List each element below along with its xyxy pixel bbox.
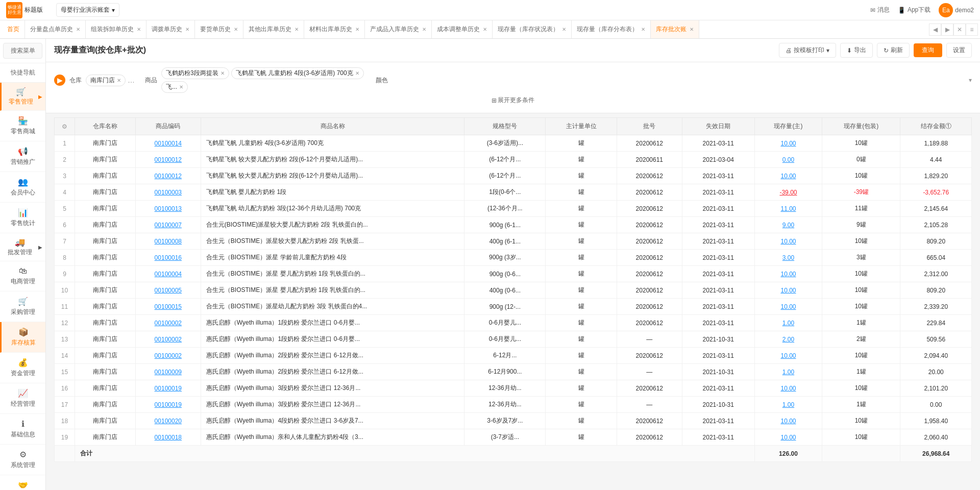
tab-home[interactable]: 首页 (2, 20, 25, 39)
tab-9[interactable]: 现存量（库存状况表） ✕ (493, 20, 572, 39)
tab-menu-btn[interactable]: ≡ (966, 23, 978, 36)
row-code[interactable]: 00100013 (135, 201, 201, 217)
sidebar-item-members[interactable]: 👥 会员中心 (0, 172, 45, 203)
tab-1-close[interactable]: ✕ (76, 27, 80, 32)
col-settings[interactable]: ⚙ (55, 118, 75, 135)
row-code[interactable]: 00100009 (135, 364, 201, 380)
refresh-btn[interactable]: ↻ 刷新 (877, 43, 910, 58)
tab-8-close[interactable]: ✕ (483, 27, 487, 32)
sidebar-item-mall[interactable]: 🏪 零售商城 (0, 111, 45, 141)
tab-4[interactable]: 要货单历史 ✕ (195, 20, 243, 39)
tab-10-close[interactable]: ✕ (641, 27, 645, 32)
app-download-btn[interactable]: 📱 App下载 (898, 6, 930, 14)
workspace-selector[interactable]: 母婴行业演示账套 ▾ (56, 3, 119, 17)
warehouse-tag-1[interactable]: 南库门店 ✕ (86, 75, 126, 86)
query-btn[interactable]: 查询 (914, 43, 942, 57)
sidebar-item-base-info[interactable]: ℹ 基础信息 (0, 414, 45, 445)
tab-5[interactable]: 其他出库单历史 ✕ (243, 20, 304, 39)
row-qty-main[interactable]: 9.00 (754, 217, 822, 233)
row-code[interactable]: 00100007 (135, 217, 201, 233)
row-code[interactable]: 00100012 (135, 168, 201, 184)
row-qty-main[interactable]: 11.00 (754, 201, 822, 217)
sidebar-item-inventory[interactable]: 📦 库存核算 (0, 322, 45, 353)
export-btn[interactable]: ⬇ 导出 (840, 43, 873, 58)
tab-9-close[interactable]: ✕ (562, 27, 566, 32)
sidebar-item-marketing[interactable]: 📢 营销推广 (0, 141, 45, 172)
row-code[interactable]: 00100008 (135, 233, 201, 250)
sidebar-item-operations[interactable]: 📈 经营管理 (0, 383, 45, 414)
row-qty-main[interactable]: 10.00 (754, 299, 822, 315)
row-qty-main[interactable]: 10.00 (754, 413, 822, 429)
tab-2[interactable]: 组装拆卸单历史 ✕ (86, 20, 146, 39)
row-qty-main[interactable]: 1.00 (754, 397, 822, 413)
message-btn[interactable]: ✉ 消息 (870, 6, 890, 14)
tab-11[interactable]: 库存批次账 ✕ (651, 20, 699, 39)
row-code[interactable]: 00100002 (135, 348, 201, 364)
row-code[interactable]: 00100004 (135, 266, 201, 282)
row-code[interactable]: 00100002 (135, 315, 201, 331)
warehouse-more[interactable]: … (128, 76, 135, 84)
sidebar-item-retail-stats[interactable]: 📊 零售统计 (0, 203, 45, 233)
quick-nav-btn[interactable]: 快捷导航 (0, 65, 45, 80)
search-menu-btn[interactable]: 搜索菜单 (3, 43, 42, 59)
row-code[interactable]: 00100015 (135, 299, 201, 315)
row-qty-main[interactable]: 10.00 (754, 348, 822, 364)
tab-4-close[interactable]: ✕ (234, 27, 238, 32)
tab-6[interactable]: 材料出库单历史 ✕ (304, 20, 365, 39)
tab-2-close[interactable]: ✕ (137, 27, 141, 32)
tab-3[interactable]: 调拨单历史 ✕ (146, 20, 195, 39)
tab-10[interactable]: 现存量（库存分布表） ✕ (572, 20, 651, 39)
tab-5-close[interactable]: ✕ (295, 27, 299, 32)
product-tag-1[interactable]: 飞鹤奶粉3段两提装 ✕ (161, 67, 229, 79)
product-tag-2[interactable]: 飞鹤星飞帆 儿童奶粉 4段(3-6岁适用) 700克 ✕ (231, 67, 364, 79)
row-code[interactable]: 00100018 (135, 429, 201, 446)
tab-close-all-btn[interactable]: ✕ (953, 23, 966, 36)
row-qty-main[interactable]: 1.00 (754, 364, 822, 380)
sidebar-item-collab[interactable]: 🤝 企业协同 (0, 475, 45, 490)
tab-7-close[interactable]: ✕ (422, 27, 426, 32)
row-code[interactable]: 00100019 (135, 397, 201, 413)
row-qty-main[interactable]: 1.00 (754, 315, 822, 331)
tab-1[interactable]: 分量盘点单历史 ✕ (25, 20, 86, 39)
row-qty-main[interactable]: 10.00 (754, 233, 822, 250)
tab-prev-btn[interactable]: ◀ (929, 23, 941, 36)
warehouse-tag-1-close[interactable]: ✕ (117, 78, 121, 83)
sidebar-item-purchase[interactable]: 🛒 采购管理 (0, 291, 45, 322)
print-btn[interactable]: 🖨 按模板打印 ▾ (779, 43, 836, 58)
color-dropdown-icon[interactable]: ▾ (969, 77, 972, 84)
row-code[interactable]: 00100020 (135, 413, 201, 429)
product-tag-3[interactable]: 飞... ✕ (161, 81, 188, 93)
user-info[interactable]: Ea demo2 (939, 3, 974, 17)
tab-3-close[interactable]: ✕ (185, 27, 189, 32)
gear-icon[interactable]: ⚙ (62, 123, 67, 130)
expand-more-btn[interactable]: ⊞ 展开更多条件 (492, 96, 534, 105)
row-code[interactable]: 00100019 (135, 380, 201, 397)
product-tag-1-close[interactable]: ✕ (220, 70, 225, 76)
sidebar-item-ecommerce[interactable]: 🛍 电商管理 (0, 261, 45, 291)
filter-toggle-btn[interactable]: ▶ (54, 75, 65, 86)
row-code[interactable]: 00100014 (135, 135, 201, 152)
product-tag-3-close[interactable]: ✕ (179, 84, 183, 90)
row-code[interactable]: 00100016 (135, 250, 201, 266)
row-qty-main[interactable]: 3.00 (754, 250, 822, 266)
row-qty-main[interactable]: 10.00 (754, 429, 822, 446)
sidebar-item-wholesale[interactable]: 🚚 批发管理 ▶ (0, 233, 45, 261)
tab-next-btn[interactable]: ▶ (941, 23, 953, 36)
tab-8[interactable]: 成本调整单历史 ✕ (432, 20, 493, 39)
row-qty-main[interactable]: 10.00 (754, 135, 822, 152)
row-qty-main[interactable]: 10.00 (754, 168, 822, 184)
sidebar-item-system[interactable]: ⚙ 系统管理 (0, 445, 45, 475)
row-qty-main[interactable]: 10.00 (754, 380, 822, 397)
row-code[interactable]: 00100005 (135, 282, 201, 299)
row-qty-main[interactable]: -39.00 (754, 184, 822, 201)
row-qty-main[interactable]: 10.00 (754, 266, 822, 282)
tab-6-close[interactable]: ✕ (355, 27, 359, 32)
row-code[interactable]: 00100002 (135, 331, 201, 348)
row-qty-main[interactable]: 0.00 (754, 152, 822, 168)
product-tag-2-close[interactable]: ✕ (355, 70, 359, 76)
tab-11-close[interactable]: ✕ (690, 27, 694, 32)
sidebar-item-finance[interactable]: 💰 资金管理 (0, 353, 45, 383)
row-code[interactable]: 00100003 (135, 184, 201, 201)
row-qty-main[interactable]: 10.00 (754, 282, 822, 299)
row-qty-main[interactable]: 2.00 (754, 331, 822, 348)
